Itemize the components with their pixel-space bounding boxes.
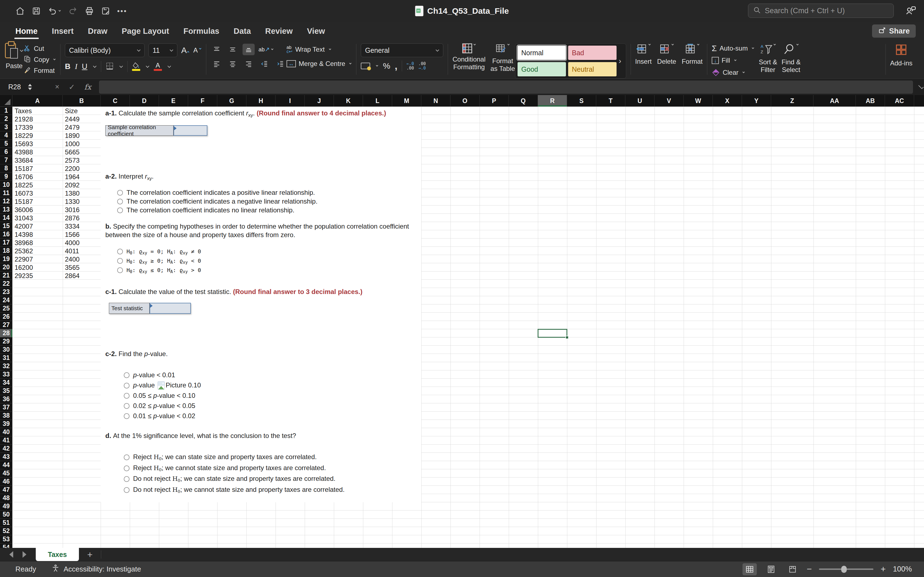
more-commands-icon[interactable]: ••• <box>117 7 127 15</box>
stepper-up-icon[interactable] <box>28 84 32 86</box>
underline-button[interactable]: U <box>82 62 87 71</box>
row-header-34[interactable]: 34 <box>0 379 12 387</box>
radio-icon[interactable] <box>117 199 123 205</box>
cell-A12[interactable]: 15187 <box>15 198 33 206</box>
share-button[interactable]: Share <box>872 24 916 38</box>
cell-A19[interactable]: 22907 <box>15 256 33 263</box>
radio-icon[interactable] <box>117 258 123 264</box>
column-header-B[interactable]: B <box>63 95 101 106</box>
row-header-6[interactable]: 6 <box>0 148 12 156</box>
cell-B8[interactable]: 2200 <box>65 165 79 172</box>
row-header-38[interactable]: 38 <box>0 412 12 420</box>
align-top-button[interactable] <box>211 44 223 55</box>
align-right-button[interactable] <box>242 58 255 69</box>
paste-button[interactable]: Paste <box>5 40 23 79</box>
underline-chevron-icon[interactable] <box>93 64 97 68</box>
radio-icon[interactable] <box>124 403 129 409</box>
row-header-35[interactable]: 35 <box>0 387 12 395</box>
row-header-46[interactable]: 46 <box>0 477 12 486</box>
cell-A18[interactable]: 25362 <box>15 247 33 255</box>
cell-B13[interactable]: 3016 <box>65 206 79 214</box>
cell-B12[interactable]: 1330 <box>65 198 79 206</box>
formula-input[interactable] <box>99 81 913 94</box>
radio-option[interactable]: H0: ϱxy ≤ 0; HA: ϱxy > 0 <box>117 266 201 274</box>
cell-B4[interactable]: 1890 <box>65 132 79 140</box>
row-header-7[interactable]: 7 <box>0 156 12 164</box>
cell-B2[interactable]: 2449 <box>65 115 79 123</box>
radio-icon[interactable] <box>117 249 123 255</box>
row-header-16[interactable]: 16 <box>0 230 12 239</box>
column-header-M[interactable]: M <box>392 95 421 106</box>
cell-A15[interactable]: 42007 <box>15 222 33 230</box>
shrink-font-button[interactable]: A <box>193 47 202 54</box>
bold-button[interactable]: B <box>65 62 70 71</box>
accounting-chevron-icon[interactable] <box>376 64 378 66</box>
insert-function-icon[interactable]: fx <box>84 83 91 91</box>
font-color-chevron-icon[interactable] <box>168 64 171 68</box>
align-middle-button[interactable] <box>226 44 239 55</box>
row-header-20[interactable]: 20 <box>0 263 12 271</box>
column-header-F[interactable]: F <box>188 95 217 106</box>
row-header-12[interactable]: 12 <box>0 197 12 206</box>
zoom-in-icon[interactable]: + <box>880 564 886 574</box>
row-header-44[interactable]: 44 <box>0 461 12 469</box>
insert-cells-button[interactable]: Insert <box>635 40 652 79</box>
sheet-tab-taxes[interactable]: Taxes <box>36 548 79 561</box>
worksheet-grid[interactable]: TaxesSize2192824491733924791822918901569… <box>0 95 924 548</box>
row-header-31[interactable]: 31 <box>0 354 12 362</box>
column-header-E[interactable]: E <box>159 95 188 106</box>
row-header-37[interactable]: 37 <box>0 403 12 412</box>
column-header-T[interactable]: T <box>596 95 625 106</box>
page-break-view-button[interactable] <box>785 563 800 575</box>
cell-A21[interactable]: 29235 <box>15 272 33 280</box>
cancel-icon[interactable]: × <box>55 83 60 91</box>
column-header-Y[interactable]: Y <box>742 95 771 106</box>
fill-color-button[interactable] <box>132 62 140 71</box>
column-header-J[interactable]: J <box>305 95 334 106</box>
radio-icon[interactable] <box>117 190 123 196</box>
cell-A16[interactable]: 14398 <box>15 231 33 239</box>
column-header-V[interactable]: V <box>654 95 684 106</box>
row-header-54[interactable]: 54 <box>0 543 12 548</box>
row-header-15[interactable]: 15 <box>0 222 12 230</box>
cell-B19[interactable]: 2400 <box>65 256 79 263</box>
tab-home[interactable]: Home <box>8 22 45 40</box>
row-header-25[interactable]: 25 <box>0 305 12 313</box>
row-header-26[interactable]: 26 <box>0 313 12 321</box>
radio-icon[interactable] <box>124 413 129 419</box>
account-icon[interactable] <box>905 5 916 16</box>
column-header-H[interactable]: H <box>246 95 276 106</box>
select-all-corner[interactable] <box>0 95 12 106</box>
fill-button[interactable]: ↓ Fill <box>712 55 754 66</box>
borders-chevron-icon[interactable] <box>120 64 123 68</box>
column-header-D[interactable]: D <box>130 95 159 106</box>
radio-option[interactable]: H0: ϱxy = 0; HA: ϱxy ≠ 0 <box>117 247 201 256</box>
radio-option[interactable]: Do not reject H0; we can state size and … <box>124 475 336 483</box>
row-header-33[interactable]: 33 <box>0 371 12 379</box>
row-header-45[interactable]: 45 <box>0 469 12 477</box>
column-header-U[interactable]: U <box>625 95 654 106</box>
home-icon[interactable] <box>15 6 25 16</box>
conditional-formatting-button[interactable]: ConditionalFormatting <box>452 40 485 79</box>
tab-review[interactable]: Review <box>258 22 300 40</box>
row-header-43[interactable]: 43 <box>0 453 12 461</box>
cell-A4[interactable]: 18229 <box>15 132 33 140</box>
zoom-slider[interactable] <box>819 569 873 570</box>
wrap-text-button[interactable]: abc↩ Wrap Text <box>286 44 352 55</box>
tab-draw[interactable]: Draw <box>81 22 115 40</box>
radio-option[interactable]: Reject H0; we cannot state size and prop… <box>124 464 326 472</box>
column-header-X[interactable]: X <box>713 95 742 106</box>
radio-option[interactable]: The correlation coefficient indicates no… <box>117 206 294 214</box>
italic-button[interactable]: I <box>75 62 77 71</box>
column-header-P[interactable]: P <box>480 95 509 106</box>
merge-centre-button[interactable]: ↔ Merge & Centre <box>286 58 352 70</box>
decrease-indent-button[interactable] <box>258 58 271 69</box>
cell-B6[interactable]: 5665 <box>65 148 79 156</box>
cell-A13[interactable]: 36006 <box>15 206 33 214</box>
radio-option[interactable]: The correlation coefficient indicates a … <box>117 189 315 197</box>
addins-button[interactable]: Add-ins <box>890 40 913 79</box>
column-header-G[interactable]: G <box>217 95 246 106</box>
cell-B3[interactable]: 2479 <box>65 124 79 131</box>
row-header-18[interactable]: 18 <box>0 247 12 255</box>
accessibility-status[interactable]: Accessibility: Investigate <box>36 564 141 574</box>
